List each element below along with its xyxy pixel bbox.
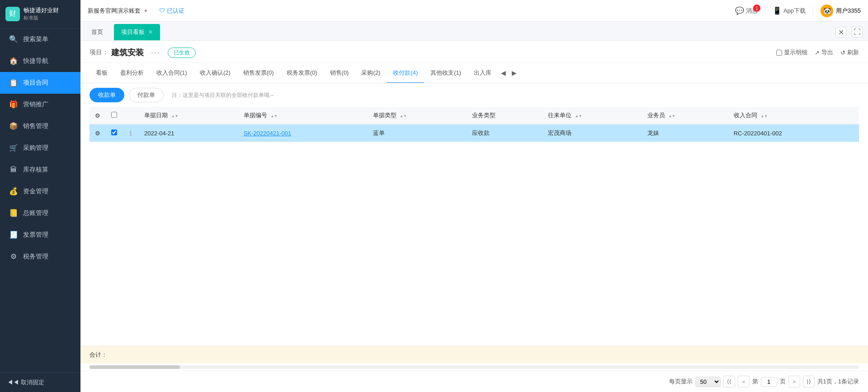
- export-button[interactable]: ↗ 导出: [815, 48, 833, 57]
- chevron-down-icon: ▼: [143, 8, 148, 14]
- export-label: 导出: [821, 48, 833, 57]
- logo-icon: 财: [5, 7, 20, 21]
- tab-close-icon[interactable]: ✕: [148, 29, 153, 35]
- row-checkbox[interactable]: [111, 129, 117, 135]
- divider: [813, 6, 813, 15]
- tab-bar: 首页 项目看板 ✕ ✕ ⛶: [80, 22, 868, 41]
- close-window-button[interactable]: ✕: [835, 27, 846, 38]
- sidebar-item-finance[interactable]: 💰 资金管理: [0, 181, 80, 202]
- show-detail-checkbox[interactable]: 显示明细: [776, 48, 807, 57]
- sidebar-item-sales[interactable]: 📦 销售管理: [0, 115, 80, 137]
- sidebar-nav: 🔍 搜索菜单 🏠 快捷导航 📋 项目合同 🎁 营销推广 📦 销售管理 🛒 采购管…: [0, 29, 80, 373]
- th-date[interactable]: 单据日期 ▲▼: [139, 107, 238, 124]
- sub-nav-next[interactable]: ▶: [509, 67, 519, 78]
- td-biz-type: 应收款: [467, 124, 542, 142]
- sidebar-item-label: 销售管理: [23, 122, 48, 130]
- sub-tab-payment[interactable]: 收付款(4): [387, 63, 424, 83]
- select-all-checkbox[interactable]: [111, 112, 117, 118]
- maximize-window-button[interactable]: ⛶: [852, 27, 863, 38]
- sidebar-item-inventory[interactable]: 🏛 库存核算: [0, 159, 80, 181]
- sidebar-item-contract[interactable]: 📋 项目合同: [0, 72, 80, 94]
- td-checkbox[interactable]: [106, 124, 123, 142]
- tab-controls: ✕ ⛶: [835, 27, 863, 38]
- payment-filter-button[interactable]: 付款单: [129, 88, 164, 102]
- sub-tab-income-contract[interactable]: 收入合同(1): [150, 63, 193, 83]
- user-info[interactable]: 🐼 用户3355: [821, 5, 861, 17]
- unpin-label: ◀◀ 取消固定: [7, 378, 44, 387]
- project-name: 建筑安装: [111, 47, 144, 58]
- user-label: 用户3355: [836, 7, 861, 15]
- sidebar-item-label: 快捷导航: [23, 57, 48, 65]
- project-status-badge: 已生效: [168, 48, 196, 58]
- th-type[interactable]: 单据类型 ▲▼: [368, 107, 467, 124]
- sort-icons: ▲▼: [270, 114, 278, 118]
- tab-project-board-label: 项目看板: [121, 28, 145, 36]
- top-header: 新服务官网演示账套 ▼ 🛡 已认证 💬 消息 1 📱 App下载 🐼 用: [80, 0, 868, 22]
- th-partner[interactable]: 往来单位 ▲▼: [542, 107, 642, 124]
- ledger-icon: 📒: [9, 208, 19, 218]
- scrollbar-thumb[interactable]: [90, 365, 180, 369]
- th-settings[interactable]: ⚙: [90, 107, 106, 124]
- message-button[interactable]: 💬 消息 1: [735, 6, 758, 15]
- export-icon: ↗: [815, 49, 820, 56]
- sub-tab-tax-invoice[interactable]: 税务发票(0): [280, 63, 324, 83]
- sidebar-item-shortcut[interactable]: 🏠 快捷导航: [0, 50, 80, 72]
- sidebar-item-search[interactable]: 🔍 搜索菜单: [0, 29, 80, 50]
- message-icon: 💬: [735, 6, 744, 15]
- sub-tab-other-income[interactable]: 其他收支(1): [424, 63, 467, 83]
- sort-icons: ▲▼: [400, 114, 407, 118]
- unpin-button[interactable]: ◀◀ 取消固定: [0, 373, 80, 392]
- th-salesperson[interactable]: 业务员 ▲▼: [642, 107, 728, 124]
- table-row[interactable]: ⚙ 1 2022-04-21 SK-20220421-001 蓝单 应收款 宏茂…: [90, 124, 859, 142]
- app-download-button[interactable]: 📱 App下载: [773, 6, 806, 15]
- tax-icon: ⚙: [9, 252, 19, 262]
- last-page-button[interactable]: ⟩⟩: [803, 376, 815, 387]
- shield-icon: 🛡: [159, 7, 165, 14]
- account-selector[interactable]: 新服务官网演示账套 ▼: [88, 7, 148, 15]
- sub-nav-prev[interactable]: ◀: [498, 67, 509, 78]
- sub-nav: 看板 盈利分析 收入合同(1) 收入确认(2) 销售发票(0) 税务发票(0) …: [80, 63, 868, 83]
- table-body: ⚙ 1 2022-04-21 SK-20220421-001 蓝单 应收款 宏茂…: [90, 124, 859, 142]
- more-options-button[interactable]: ···: [151, 48, 160, 57]
- td-type: 蓝单: [368, 124, 467, 142]
- page-input[interactable]: [761, 377, 777, 387]
- total-info: 共1页，1条记录: [817, 378, 859, 386]
- sub-tab-kanban[interactable]: 看板: [90, 63, 114, 83]
- page-word: 第: [752, 378, 758, 386]
- logo-text: 畅捷通好业财 标准版: [24, 6, 59, 22]
- sidebar-item-purchase[interactable]: 🛒 采购管理: [0, 137, 80, 159]
- sidebar-item-label: 税务管理: [23, 253, 48, 261]
- total-label: 合计：: [90, 351, 107, 359]
- project-label: 项目：: [90, 48, 108, 57]
- sidebar-item-ledger[interactable]: 📒 总账管理: [0, 202, 80, 224]
- tab-project-board[interactable]: 项目看板 ✕: [114, 24, 160, 40]
- sub-tab-sales-invoice[interactable]: 销售发票(0): [237, 63, 280, 83]
- horizontal-scrollbar[interactable]: [90, 365, 859, 369]
- sidebar-item-marketing[interactable]: 🎁 营销推广: [0, 94, 80, 115]
- sub-tab-purchase[interactable]: 采购(2): [355, 63, 387, 83]
- sub-tab-profit[interactable]: 盈利分析: [114, 63, 150, 83]
- tab-home[interactable]: 首页: [84, 24, 110, 40]
- inventory-icon: 🏛: [9, 165, 19, 175]
- page-size-label: 每页显示: [669, 378, 693, 386]
- sidebar-item-tax[interactable]: ⚙ 税务管理: [0, 246, 80, 268]
- first-page-button[interactable]: ⟨⟨: [723, 376, 735, 387]
- th-code[interactable]: 单据编号 ▲▼: [238, 107, 368, 124]
- td-code[interactable]: SK-20220421-001: [238, 124, 368, 142]
- th-income-contract[interactable]: 收入合同 ▲▼: [728, 107, 859, 124]
- td-partner: 宏茂商场: [542, 124, 642, 142]
- collection-filter-button[interactable]: 收款单: [90, 88, 124, 102]
- td-settings[interactable]: ⚙: [90, 124, 106, 142]
- refresh-button[interactable]: ↺ 刷新: [840, 48, 859, 57]
- prev-page-button[interactable]: ＜: [738, 376, 750, 387]
- next-page-button[interactable]: ＞: [788, 376, 800, 387]
- sub-tab-warehouse[interactable]: 出入库: [467, 63, 498, 83]
- show-detail-input[interactable]: [776, 50, 782, 56]
- sidebar-item-invoice[interactable]: 🧾 发票管理: [0, 224, 80, 246]
- filter-hint: 注：这里是与项目关联的全部收付款单哦～: [172, 91, 275, 99]
- sub-tab-sales[interactable]: 销售(0): [324, 63, 355, 83]
- sub-tab-income-confirm[interactable]: 收入确认(2): [193, 63, 237, 83]
- filter-bar: 收款单 付款单 注：这里是与项目关联的全部收付款单哦～: [80, 83, 868, 107]
- page-size-select[interactable]: 50 100 200: [695, 377, 721, 387]
- refresh-icon: ↺: [840, 49, 845, 56]
